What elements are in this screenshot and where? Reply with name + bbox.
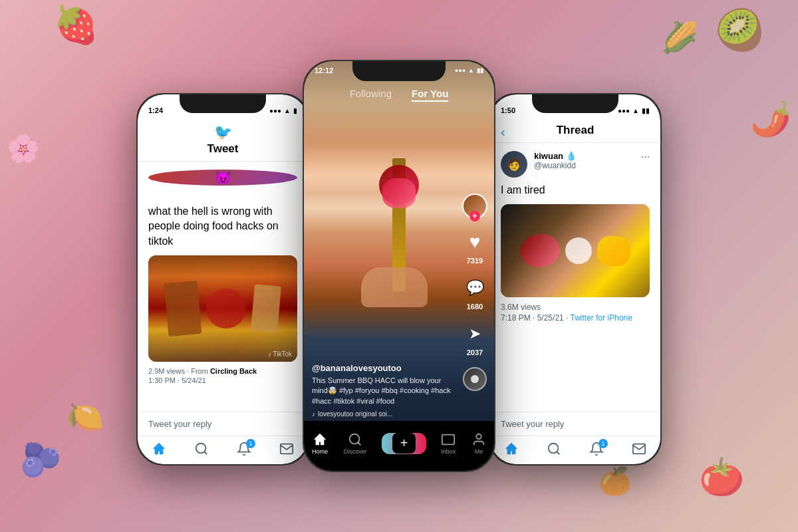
left-user-avatar: 😈 [148, 170, 297, 186]
tiktok-description: This Summer BBQ HACC will blow your mind… [312, 376, 454, 406]
right-date-text: 7:18 PM · 5/25/21 [501, 313, 564, 323]
left-nav-search[interactable] [194, 442, 209, 456]
svg-line-1 [204, 452, 207, 454]
share-count: 2037 [467, 348, 483, 356]
left-tweet-content: 😈 Dennis Feitosa @gowithdennis ··· what … [138, 162, 308, 412]
tiktok-music-disc [463, 367, 487, 391]
right-nav-home[interactable] [504, 442, 519, 456]
center-phone: 12:12 ●●● ▲ ▮▮ Following For You [303, 60, 495, 472]
right-user-info: kiwuan 💧 @wuankidd [534, 151, 634, 170]
disc-center [471, 375, 479, 383]
wifi-icon: ▲ [632, 107, 639, 114]
tiktok-nav-inbox-label: Inbox [441, 448, 456, 455]
left-twitter-screen: 1:24 ●●● ▲ ▮ 🐦 Tweet 😈 [138, 94, 308, 464]
svg-line-6 [557, 452, 559, 454]
svg-point-0 [196, 444, 206, 454]
tiktok-share-item[interactable]: ➤ 2037 [462, 321, 487, 356]
right-reply-placeholder: Tweet your reply [501, 419, 564, 429]
right-bottom-nav: 1 [490, 436, 660, 464]
tiktok-profile-item[interactable] [462, 194, 487, 219]
wifi-icon: ▲ [284, 107, 291, 114]
left-phone-notch [180, 94, 266, 113]
music-disc [463, 367, 487, 391]
left-phone-screen: 1:24 ●●● ▲ ▮ 🐦 Tweet 😈 [138, 94, 308, 464]
right-header-title: Thread [501, 124, 650, 137]
right-source-link[interactable]: Twitter for iPhone [571, 313, 632, 323]
right-more-options[interactable]: ··· [641, 151, 650, 163]
battery-icon: ▮ [293, 107, 297, 114]
right-tweet-content: 🧑 kiwuan 💧 @wuankidd ··· I am tired [490, 143, 660, 412]
tiktok-nav-discover[interactable]: Discover [344, 432, 367, 455]
right-tweet-date: 7:18 PM · 5/25/21 · Twitter for iPhone [501, 313, 650, 323]
back-button[interactable]: ‹ [501, 124, 505, 140]
right-tweet-user-row: 🧑 kiwuan 💧 @wuankidd ··· [501, 151, 650, 178]
create-button[interactable]: + [383, 434, 426, 453]
tiktok-like-item[interactable]: ♥ 7319 [462, 229, 487, 265]
left-reply-box[interactable]: Tweet your reply [138, 412, 308, 436]
battery-icon: ▮▮ [477, 67, 483, 74]
signal-icon: ●●● [269, 107, 281, 114]
tiktok-watermark: ♪ TikTok [268, 350, 292, 358]
svg-point-2 [350, 434, 360, 444]
left-status-icons: ●●● ▲ ▮ [269, 107, 297, 114]
tiktok-nav-me[interactable]: Me [471, 432, 486, 455]
right-nav-dm[interactable] [632, 442, 646, 456]
tiktok-comment-item[interactable]: 💬 1680 [462, 275, 487, 311]
right-thread-image [501, 204, 650, 297]
tiktok-nav-inbox[interactable]: Inbox [441, 432, 456, 455]
share-icon: ➤ [462, 321, 487, 346]
wifi-icon: ▲ [468, 67, 474, 74]
tiktok-nav-create[interactable]: + [383, 434, 426, 453]
tiktok-username: @bananalovesyoutoo [312, 363, 454, 373]
left-tweet-image: ♪ TikTok [148, 255, 297, 362]
tiktok-bottom-info: @bananalovesyoutoo This Summer BBQ HACC … [312, 363, 454, 418]
svg-point-5 [549, 444, 559, 454]
plus-icon: + [392, 433, 416, 454]
left-notif-badge: 1 [246, 439, 255, 448]
right-phone: 1:50 ●●● ▲ ▮▮ ‹ Thread 🧑 [489, 93, 662, 466]
right-views-text: 3.6M views [501, 303, 650, 312]
left-nav-dm[interactable] [279, 442, 294, 456]
right-nav-notifications[interactable]: 1 [589, 442, 604, 456]
center-phone-notch [352, 61, 446, 81]
left-twitter-header: 🐦 Tweet [138, 121, 308, 162]
svg-point-4 [476, 434, 481, 438]
signal-icon: ●●● [455, 67, 466, 74]
tiktok-music-text: lovesyoutoo original soi... [318, 410, 392, 418]
left-reply-placeholder: Tweet your reply [148, 419, 211, 429]
left-bottom-nav: 1 [138, 436, 308, 464]
right-status-icons: ●●● ▲ ▮▮ [618, 107, 650, 114]
svg-line-3 [358, 442, 361, 445]
center-status-icons: ●●● ▲ ▮▮ [455, 67, 483, 74]
tiktok-nav-discover-label: Discover [344, 448, 367, 455]
tiktok-nav-home[interactable]: Home [312, 432, 328, 455]
center-phone-screen: 12:12 ●●● ▲ ▮▮ Following For You [304, 61, 494, 471]
tiktok-right-sidebar: ♥ 7319 💬 1680 ➤ 2037 [462, 194, 487, 391]
right-user-name: kiwuan 💧 [534, 151, 634, 161]
left-tweet-user-row: 😈 Dennis Feitosa @gowithdennis ··· [148, 170, 297, 199]
right-status-time: 1:50 [501, 106, 515, 114]
left-nav-home[interactable] [152, 442, 166, 456]
tiktok-tab-following[interactable]: Following [350, 88, 392, 102]
twitter-logo: 🐦 [148, 124, 297, 141]
left-phone: 1:24 ●●● ▲ ▮ 🐦 Tweet 😈 [136, 93, 309, 466]
comment-icon: 💬 [462, 275, 487, 301]
left-tweet-text: what the hell is wrong with people doing… [148, 204, 297, 249]
right-user-avatar: 🧑 [501, 151, 527, 178]
battery-icon: ▮▮ [642, 107, 650, 114]
right-twitter-header: ‹ Thread [490, 121, 660, 143]
comments-count: 1680 [467, 303, 483, 311]
tiktok-tab-for-you[interactable]: For You [412, 88, 448, 102]
left-nav-notifications[interactable]: 1 [237, 442, 251, 456]
tiktok-top-tabs: Following For You [304, 88, 494, 102]
left-header-title: Tweet [148, 142, 297, 156]
tiktok-music-row: ♪ lovesyoutoo original soi... [312, 410, 454, 418]
right-phone-notch [532, 94, 618, 113]
right-notif-badge: 1 [598, 439, 608, 448]
likes-count: 7319 [467, 257, 483, 265]
phones-container: 1:24 ●●● ▲ ▮ 🐦 Tweet 😈 [0, 0, 798, 532]
right-reply-box[interactable]: Tweet your reply [490, 412, 660, 436]
right-nav-search[interactable] [547, 442, 561, 456]
center-status-time: 12:12 [315, 66, 333, 74]
music-note-icon: ♪ [312, 410, 315, 418]
